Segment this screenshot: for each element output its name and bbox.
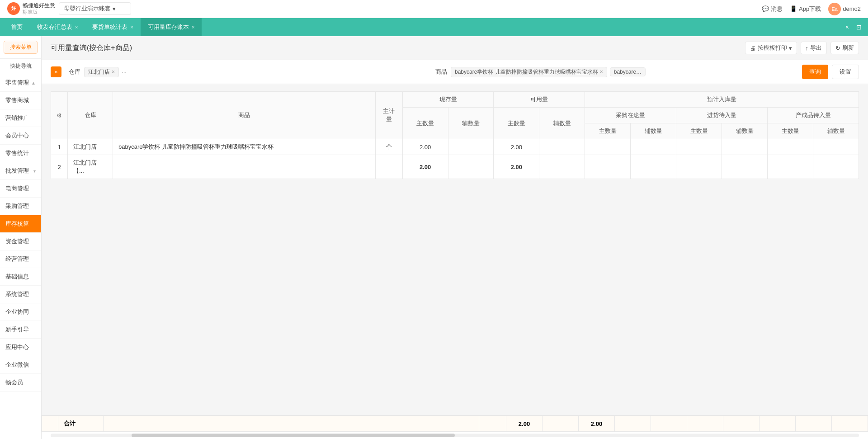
export-btn[interactable]: ↑ 导出 <box>801 42 827 54</box>
filter-group-warehouse: 仓库 江北门店 × ··· <box>69 67 428 77</box>
print-btn[interactable]: 🖨 按模板打印 ▾ <box>745 42 797 54</box>
print-icon: 🖨 <box>750 45 756 52</box>
th-available: 可用量 <box>494 92 585 108</box>
print-label: 按模板打印 <box>758 44 787 52</box>
footer-table: 合计 2.00 2.00 <box>42 415 868 432</box>
cell-production-main-1 <box>768 155 813 179</box>
nav-restore-btn[interactable]: ⊡ <box>854 22 864 33</box>
cell-product-0: babycare学饮杯 儿童防摔防撞吸管杯重力球吸嘴杯宝宝水杯 <box>113 139 376 155</box>
sidebar-item-retail-stats[interactable]: 零售统计 <box>0 145 41 162</box>
table-row: 2 江北门店【... 2.00 2.00 <box>51 155 859 179</box>
refresh-icon: ↻ <box>835 45 840 52</box>
print-chevron-icon: ▾ <box>789 45 792 52</box>
table-row: 1 江北门店 babycare学饮杯 儿童防摔防撞吸管杯重力球吸嘴杯宝宝水杯 个… <box>51 139 859 155</box>
cell-unit-1 <box>375 155 402 179</box>
filter-settings-btn[interactable]: 设置 <box>832 65 859 79</box>
sidebar-label-operations-mgmt: 经营管理 <box>5 255 29 263</box>
tab-order-stats-close[interactable]: × <box>130 24 133 30</box>
tab-available-stock-label: 可用量库存账本 <box>148 23 189 31</box>
cell-unit-0: 个 <box>375 139 402 155</box>
app-download-btn[interactable]: 📱 App下载 <box>790 5 821 13</box>
th-warehouse: 仓库 <box>68 92 113 139</box>
cell-current-aux-1 <box>448 155 494 179</box>
warehouse-tag-0[interactable]: 江北门店 × <box>84 67 119 77</box>
warehouse-filter-tags: 江北门店 × ··· <box>84 67 428 77</box>
settings-icon[interactable]: ⚙ <box>57 112 62 119</box>
refresh-btn[interactable]: ↻ 刷新 <box>830 42 859 54</box>
cell-incoming-main-1 <box>676 155 722 179</box>
download-icon: 📱 <box>790 5 797 12</box>
product-tag-remove-0[interactable]: × <box>600 69 603 75</box>
sidebar-item-marketing[interactable]: 营销推广 <box>0 109 41 127</box>
cell-avail-main-0: 2.00 <box>494 139 539 155</box>
sidebar-label-app-center: 应用中心 <box>5 343 29 351</box>
product-tag-0[interactable]: babycare学饮杯 儿童防摔防撞吸管杯重力球吸嘴杯宝宝水杯 × <box>451 67 607 77</box>
sidebar-item-member-center[interactable]: 会员中心 <box>0 127 41 145</box>
tab-home[interactable]: 首页 <box>4 18 30 36</box>
product-tag-1[interactable]: babycare… <box>610 67 646 76</box>
table-body: 1 江北门店 babycare学饮杯 儿童防摔防撞吸管杯重力球吸嘴杯宝宝水杯 个… <box>51 139 859 179</box>
filter-more-btn[interactable]: ··· <box>122 69 127 76</box>
cell-warehouse-1: 江北门店【... <box>68 155 113 179</box>
sidebar-item-purchase-mgmt[interactable]: 采购管理 <box>0 198 41 215</box>
cell-avail-aux-0 <box>539 139 585 155</box>
footer-label: 合计 <box>58 416 104 432</box>
tab-order-stats[interactable]: 要货单统计表 × <box>85 18 140 36</box>
sidebar-item-ecommerce-mgmt[interactable]: 电商管理 <box>0 180 41 198</box>
sidebar-item-app-center[interactable]: 应用中心 <box>0 339 41 356</box>
th-production-pending: 产成品待入量 <box>768 108 859 123</box>
filter-expand-btn[interactable]: » <box>51 66 61 77</box>
scrollbar-track[interactable] <box>51 434 859 437</box>
th-incoming-pending: 进货待入量 <box>676 108 768 123</box>
search-menu-btn[interactable]: 搜索菜单 <box>4 41 38 54</box>
sidebar-item-new-guide[interactable]: 新手引导 <box>0 321 41 339</box>
sidebar-item-enterprise-wechat[interactable]: 企业微信 <box>0 356 41 374</box>
sidebar-label-enterprise-collab: 企业协同 <box>5 308 29 316</box>
sidebar-label-vip-member: 畅会员 <box>5 378 23 387</box>
message-btn[interactable]: 💬 消息 <box>762 5 783 13</box>
quick-nav-btn[interactable]: 快捷导航 <box>0 59 41 74</box>
tab-receipts[interactable]: 收发存汇总表 × <box>30 18 85 36</box>
query-btn[interactable]: 查询 <box>802 65 828 79</box>
sidebar-item-retail-mgmt[interactable]: 零售管理 ▲ <box>0 74 41 92</box>
sidebar-item-system-mgmt[interactable]: 系统管理 <box>0 286 41 303</box>
tab-order-stats-label: 要货单统计表 <box>92 23 127 31</box>
sidebar-item-enterprise-collab[interactable]: 企业协同 <box>0 303 41 321</box>
sidebar-item-retail-store[interactable]: 零售商城 <box>0 92 41 109</box>
product-tag-text-1: babycare… <box>614 69 642 75</box>
refresh-label: 刷新 <box>842 44 854 52</box>
industry-selector[interactable]: 母婴行业演示账套 ▾ <box>59 2 131 15</box>
page-actions: 🖨 按模板打印 ▾ ↑ 导出 ↻ 刷新 <box>745 42 859 54</box>
page-title: 可用量查询(按仓库+商品) <box>51 43 132 53</box>
footer-current-main: 2.00 <box>506 416 542 432</box>
message-label: 消息 <box>771 5 783 13</box>
th-current-main: 主数量 <box>402 108 448 139</box>
sidebar-item-operations-mgmt[interactable]: 经营管理 <box>0 250 41 268</box>
logo-area: 好 畅捷通好生意 标准版 <box>7 2 55 15</box>
cell-product-1 <box>113 155 376 179</box>
footer-available-aux <box>615 416 651 432</box>
sidebar-item-vip-member[interactable]: 畅会员 <box>0 374 41 392</box>
sidebar-item-basic-info[interactable]: 基础信息 <box>0 268 41 286</box>
table-header-row-1: ⚙ 仓库 商品 主计量 现存量 可用量 预计入库量 <box>51 92 859 108</box>
sidebar-item-inventory-check[interactable]: 库存核算 <box>0 215 41 233</box>
content-area: 可用量查询(按仓库+商品) 🖨 按模板打印 ▾ ↑ 导出 ↻ 刷新 » <box>42 36 868 439</box>
sidebar-item-finance-mgmt[interactable]: 资金管理 <box>0 233 41 250</box>
tab-available-stock[interactable]: 可用量库存账本 × <box>141 18 202 36</box>
scrollbar-thumb[interactable] <box>132 434 455 437</box>
th-production-main: 主数量 <box>768 123 813 139</box>
footer-available-main: 2.00 <box>579 416 615 432</box>
cell-avail-aux-1 <box>539 155 585 179</box>
message-icon: 💬 <box>762 5 769 12</box>
top-bar-right: 💬 消息 📱 App下载 Ea demo2 <box>762 3 861 15</box>
warehouse-tag-remove-0[interactable]: × <box>112 69 115 75</box>
sidebar-nav: 快捷导航 <box>0 59 41 74</box>
user-btn[interactable]: Ea demo2 <box>828 3 861 15</box>
cell-avail-main-1: 2.00 <box>494 155 539 179</box>
tab-receipts-close[interactable]: × <box>75 24 78 30</box>
sidebar-item-wholesale-mgmt[interactable]: 批发管理 ▾ <box>0 162 41 180</box>
tab-available-stock-close[interactable]: × <box>192 24 194 30</box>
sidebar-label-purchase-mgmt: 采购管理 <box>5 202 29 210</box>
nav-close-btn[interactable]: × <box>843 22 852 33</box>
th-purchase-transit: 采购在途量 <box>585 108 676 123</box>
